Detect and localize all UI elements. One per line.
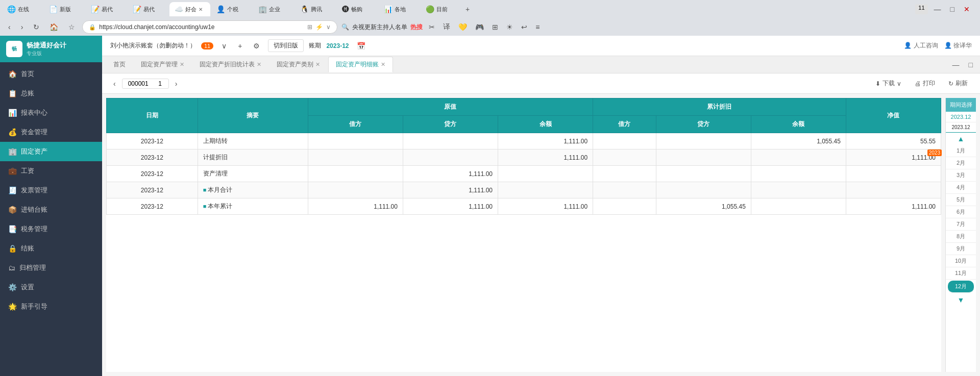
browser-tab-gedi[interactable]: 📊 各地 [379, 2, 420, 16]
home-button[interactable]: 🏠 [46, 22, 61, 32]
tab-fixed-assets-category[interactable]: 固定资产类别 ✕ [270, 57, 327, 72]
sidebar-item-home[interactable]: 🏠 首页 [0, 64, 102, 84]
sidebar-item-tax[interactable]: 📑 税务管理 [0, 219, 102, 239]
bookmark-button[interactable]: ☆ [65, 22, 78, 32]
sidebar-item-payroll[interactable]: 💼 工资 [0, 161, 102, 181]
minimize-button[interactable]: ― [931, 4, 944, 14]
tab-fixed-assets-mgmt[interactable]: 固定资产管理 ✕ [134, 57, 191, 72]
new-tab-button[interactable]: + [462, 4, 473, 14]
close-window-button[interactable]: ✕ [961, 4, 973, 14]
grid-icon[interactable]: ⊞ [490, 22, 500, 32]
dropdown-icon[interactable]: ∨ [326, 23, 331, 31]
address-bar: ‹ › ↻ 🏠 ☆ 🔒 https://cloud.chanjet.com/ac… [0, 18, 980, 36]
reload-button[interactable]: ↻ [30, 22, 42, 32]
scroll-up-button[interactable]: ▲ [946, 133, 976, 145]
period-month-2[interactable]: 2月 [946, 157, 976, 169]
sidebar-item-fixed-assets[interactable]: 🏢 固定资产 [0, 142, 102, 161]
top-bar-left: 刘小艳演示账套（勿删勿动！） 11 ∨ + ⚙ 切到旧版 账期 2023-12 … [110, 39, 369, 52]
menu-icon[interactable]: ≡ [533, 22, 542, 32]
game-icon[interactable]: 🎮 [473, 22, 486, 32]
payroll-icon: 💼 [8, 167, 17, 175]
page-index-input[interactable] [155, 80, 165, 87]
switch-version-button[interactable]: 切到旧版 [268, 39, 304, 52]
scissors-icon[interactable]: ✂ [427, 22, 437, 32]
period-month-5[interactable]: 5月 [946, 194, 976, 206]
row1-summary: 上期结转 [198, 133, 308, 149]
tab-fixed-assets-ledger[interactable]: 固定资产明细账 ✕ [328, 57, 393, 72]
maximize-button[interactable]: □ [947, 4, 958, 14]
download-button[interactable]: ⬇ 下载 ∨ [871, 78, 905, 89]
period-month-8[interactable]: 8月 [946, 231, 976, 243]
period-month-9[interactable]: 9月 [946, 243, 976, 255]
browser-tab-xin[interactable]: 📄 新版 [44, 2, 85, 16]
sidebar-item-general-ledger[interactable]: 📋 总账 [0, 84, 102, 103]
nav-controls: ‹ › [110, 79, 180, 89]
period-year-2023-2[interactable]: 2023.12 [946, 122, 976, 133]
sidebar-item-tax-label: 税务管理 [21, 224, 47, 234]
browser-tab-yidai2[interactable]: 📝 易代 [128, 2, 168, 16]
history-icon[interactable]: ↩ [519, 22, 529, 32]
sidebar-item-inventory[interactable]: 📦 进销台账 [0, 200, 102, 219]
sidebar-item-settings[interactable]: ⚙️ 设置 [0, 278, 102, 297]
ssl-icon: 🔒 [89, 24, 96, 31]
browser-tab-qiye[interactable]: 🏢 企业 [253, 2, 294, 16]
close-tab-fixed-assets-ledger[interactable]: ✕ [381, 61, 385, 68]
forward-button[interactable]: › [18, 22, 27, 32]
subtotal-icon: ■ [203, 187, 207, 193]
browser-tab-yidai1[interactable]: 📝 易代 [86, 2, 127, 16]
period-month-4[interactable]: 4月 [946, 182, 976, 194]
row5-date: 2023-12 [107, 198, 198, 215]
refresh-button[interactable]: ↻ 刷新 [944, 78, 972, 89]
minimize-pane-button[interactable]: ― [949, 60, 963, 70]
close-tab-fixed-assets-depr[interactable]: ✕ [257, 61, 261, 68]
sidebar-item-archive[interactable]: 🗂 归档管理 [0, 258, 102, 278]
back-button[interactable]: ‹ [5, 22, 14, 32]
close-tab-fixed-assets-category[interactable]: ✕ [315, 61, 320, 68]
row1-orig-balance: 1,111.00 [498, 133, 593, 149]
period-year-2023[interactable]: 2023.12 [946, 112, 976, 122]
scroll-down-button[interactable]: ▼ [946, 294, 976, 306]
period-month-6[interactable]: 6月 [946, 206, 976, 218]
wallet-icon[interactable]: 💛 [456, 22, 469, 32]
maximize-pane-button[interactable]: □ [966, 60, 976, 70]
page-number-input[interactable] [126, 80, 151, 87]
settings-account-button[interactable]: ⚙ [250, 41, 263, 51]
sidebar-item-inventory-label: 进销台账 [21, 205, 47, 214]
period-month-3[interactable]: 3月 [946, 169, 976, 182]
browser-tab-haoji[interactable]: ☁️ 好会 ✕ [169, 2, 210, 16]
print-button[interactable]: 🖨 打印 [911, 78, 939, 89]
sidebar-item-funds[interactable]: 💰 资金管理 [0, 122, 102, 142]
sidebar-item-guide[interactable]: 🌟 新手引导 [0, 297, 102, 316]
sidebar-item-reports[interactable]: 📊 报表中心 [0, 103, 102, 122]
sidebar-item-funds-label: 资金管理 [21, 128, 47, 137]
period-month-7[interactable]: 7月 [946, 218, 976, 231]
browser-tab-geshui[interactable]: 👤 个税 [211, 2, 252, 16]
user-button[interactable]: 👤 徐译华 [944, 41, 972, 50]
period-month-12[interactable]: 12月 [948, 281, 974, 293]
url-box[interactable]: 🔒 https://cloud.chanjet.com/accounting/u… [82, 20, 337, 34]
close-tab-fixed-assets-mgmt[interactable]: ✕ [180, 61, 184, 68]
translate-icon[interactable]: 译 [441, 21, 452, 33]
tab-fixed-assets-depr[interactable]: 固定资产折旧统计表 ✕ [192, 57, 268, 72]
prev-page-button[interactable]: ‹ [110, 79, 119, 89]
sidebar-item-closing[interactable]: 🔒 结账 [0, 239, 102, 258]
browser-tab-tengxun[interactable]: 🐧 腾讯 [295, 2, 336, 16]
period-month-11[interactable]: 11月 [946, 267, 976, 280]
calendar-button[interactable]: 📅 [354, 41, 369, 51]
sidebar-item-invoice[interactable]: 🧾 发票管理 [0, 181, 102, 200]
browser-tab-zaixian[interactable]: 🌐 在线 [2, 2, 43, 16]
period-value: 2023-12 [326, 42, 349, 49]
period-month-10[interactable]: 10月 [946, 255, 976, 267]
next-page-button[interactable]: › [172, 79, 181, 89]
year-badge: 2023 [927, 149, 942, 156]
add-account-button[interactable]: + [235, 41, 245, 51]
browser-tab-mubiao[interactable]: 🟢 目前 [421, 2, 461, 16]
row4-accum-credit [656, 182, 751, 198]
tab-home[interactable]: 首页 [106, 57, 133, 72]
period-month-1[interactable]: 1月 [946, 145, 976, 157]
sun-icon[interactable]: ☀ [504, 22, 515, 32]
expand-account-button[interactable]: ∨ [218, 41, 230, 51]
service-button[interactable]: 👤 人工咨询 [904, 41, 938, 50]
browser-tab-chang[interactable]: 🅜 畅购 [337, 2, 378, 16]
close-tab-haoji[interactable]: ✕ [199, 7, 203, 12]
